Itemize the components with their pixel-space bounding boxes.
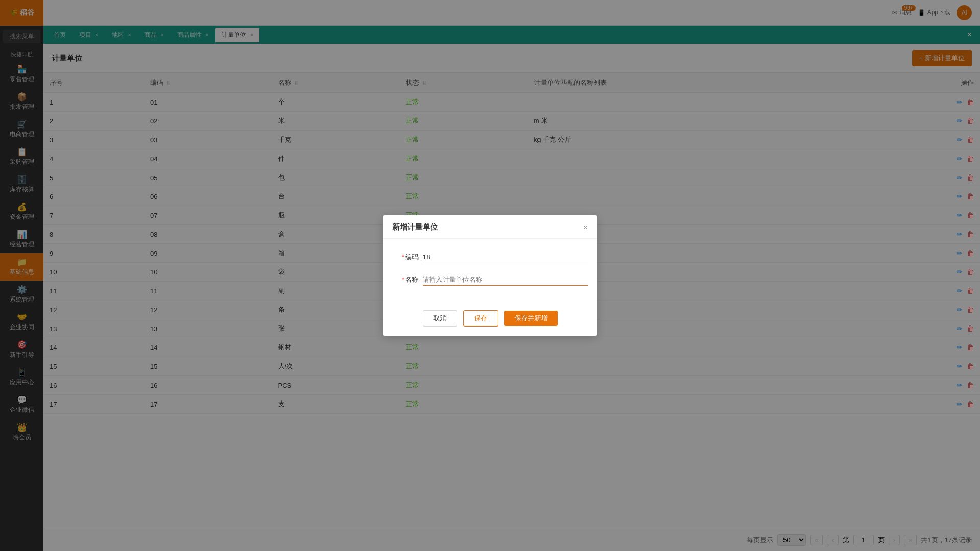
add-measure-unit-modal: 新增计量单位 × *编码 *名称 取消 保存 保存并新增 [383, 215, 597, 336]
name-label: *名称 [392, 275, 423, 284]
modal-body: *编码 *名称 [383, 239, 597, 304]
save-button[interactable]: 保存 [463, 310, 498, 327]
modal-header: 新增计量单位 × [383, 215, 597, 239]
code-required-mark: * [402, 253, 404, 261]
save-and-new-button[interactable]: 保存并新增 [504, 311, 558, 326]
modal-overlay[interactable]: 新增计量单位 × *编码 *名称 取消 保存 保存并新增 [0, 0, 980, 551]
code-input[interactable] [423, 251, 588, 263]
modal-close-button[interactable]: × [583, 223, 588, 232]
name-form-row: *名称 [392, 273, 588, 286]
modal-title: 新增计量单位 [392, 222, 438, 232]
cancel-button[interactable]: 取消 [423, 310, 457, 327]
code-form-row: *编码 [392, 251, 588, 263]
name-required-mark: * [402, 276, 404, 283]
code-label: *编码 [392, 253, 423, 262]
name-input[interactable] [423, 273, 588, 286]
modal-footer: 取消 保存 保存并新增 [383, 304, 597, 336]
